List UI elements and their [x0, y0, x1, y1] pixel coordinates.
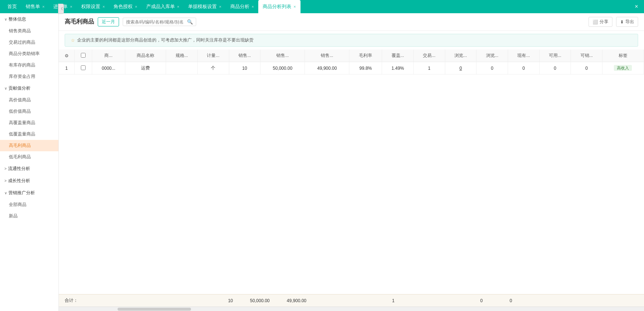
col-header-transactions[interactable]: 交易...: [414, 50, 445, 62]
col-label-unit: 计量...: [207, 53, 219, 58]
sidebar-collapse-button[interactable]: 《: [58, 4, 64, 14]
sidebar-group-label: 营销推广分析: [8, 190, 35, 196]
sidebar-group-营销推广分析[interactable]: ∨营销推广分析: [0, 187, 58, 199]
col-resize-handle[interactable]: [443, 50, 445, 62]
col-resize-handle[interactable]: [123, 50, 125, 62]
col-resize-handle[interactable]: [164, 50, 166, 62]
col-resize-handle[interactable]: [538, 50, 539, 62]
sidebar-item-库存资金占用[interactable]: 库存资金占用: [0, 71, 58, 82]
col-resize-handle[interactable]: [569, 50, 571, 62]
col-header-settings[interactable]: ⚙: [59, 50, 75, 62]
content-area: 高毛利商品 近一月 🔍 ⬜ 分享 ⬇ 导出 ☆ 企业的主要的利润都是这部分商品创…: [59, 13, 644, 311]
col-header-gross_margin[interactable]: 毛利率: [349, 50, 382, 62]
nav-item-权限设置[interactable]: 权限设置×: [77, 0, 109, 13]
nav-close-icon[interactable]: ×: [294, 4, 296, 9]
sidebar-item-低毛利商品[interactable]: 低毛利商品: [0, 151, 58, 163]
nav-close-icon[interactable]: ×: [135, 4, 137, 9]
col-header-spec[interactable]: 规格...: [166, 50, 198, 62]
col-header-code[interactable]: 商...: [92, 50, 125, 62]
col-header-sellable[interactable]: 可销...: [571, 50, 602, 62]
nav-close-icon[interactable]: ×: [102, 4, 105, 9]
col-header-sales_profit[interactable]: 销售...: [305, 50, 349, 62]
col-resize-handle[interactable]: [475, 50, 476, 62]
window-close-button[interactable]: ×: [632, 3, 641, 10]
col-header-views2[interactable]: 浏览...: [476, 50, 508, 62]
sidebar-item-有库存的商品[interactable]: 有库存的商品: [0, 59, 58, 71]
col-resize-handle[interactable]: [506, 50, 508, 62]
sidebar-item-高覆盖量商品[interactable]: 高覆盖量商品: [0, 117, 58, 129]
col-header-sales_amount[interactable]: 销售...: [260, 50, 305, 62]
col-label-sales_profit: 销售...: [321, 53, 333, 58]
col-header-views1[interactable]: 浏览...: [445, 50, 476, 62]
sidebar-item-销售类商品[interactable]: 销售类商品: [0, 25, 58, 37]
date-filter-button[interactable]: 近一月: [98, 17, 119, 26]
nav-item-首页[interactable]: 首页: [3, 0, 21, 13]
cell-views2: 0: [476, 62, 508, 75]
nav-close-icon[interactable]: ×: [177, 4, 179, 9]
cell-settings: 1: [59, 62, 75, 75]
col-label-views2: 浏览...: [486, 53, 499, 58]
top-nav: 首页销售单×进货单×权限设置×角色授权×产成品入库单×单据模板设置×商品分析×商…: [0, 0, 644, 13]
select-all-checkbox[interactable]: [81, 53, 86, 58]
scrollbar-thumb[interactable]: [118, 308, 191, 311]
sidebar-item-高价值商品[interactable]: 高价值商品: [0, 94, 58, 106]
nav-item-商品分析列表[interactable]: 商品分析列表×: [258, 0, 300, 13]
nav-item-角色授权[interactable]: 角色授权×: [109, 0, 141, 13]
row-checkbox[interactable]: [81, 65, 86, 70]
horizontal-scrollbar[interactable]: [59, 307, 644, 311]
sidebar-item-低价值商品[interactable]: 低价值商品: [0, 106, 58, 117]
nav-close-icon[interactable]: ×: [219, 4, 221, 9]
nav-item-产成品入库单[interactable]: 产成品入库单×: [142, 0, 184, 13]
sidebar-item-高毛利商品[interactable]: 高毛利商品: [0, 140, 58, 151]
sidebar-item-新品[interactable]: 新品: [0, 210, 58, 222]
views-link[interactable]: 0: [460, 66, 462, 71]
col-header-tag[interactable]: 标签: [602, 50, 644, 62]
share-button[interactable]: ⬜ 分享: [589, 17, 612, 27]
nav-item-商品分析[interactable]: 商品分析×: [226, 0, 258, 13]
sidebar-item-低覆盖量商品[interactable]: 低覆盖量商品: [0, 129, 58, 140]
cell-sales_qty: 10: [229, 62, 260, 75]
col-resize-handle[interactable]: [303, 50, 305, 62]
sidebar-group-成长性分析[interactable]: >成长性分析: [0, 175, 58, 187]
nav-close-icon[interactable]: ×: [252, 4, 254, 9]
sidebar-group-label: 成长性分析: [8, 178, 30, 184]
info-bar: ☆ 企业的主要的利润都是这部分商品创造的，可考虑加大推广，同时关注库存是不要出现…: [65, 34, 638, 47]
sidebar-item-交易过的商品[interactable]: 交易过的商品: [0, 37, 58, 48]
col-resize-handle[interactable]: [380, 50, 382, 62]
cell-name: 运费: [125, 62, 166, 75]
col-resize-handle[interactable]: [196, 50, 197, 62]
col-header-current_stock[interactable]: 现有...: [508, 50, 539, 62]
col-resize-handle[interactable]: [601, 50, 602, 62]
col-header-unit[interactable]: 计量...: [197, 50, 229, 62]
col-resize-handle[interactable]: [412, 50, 413, 62]
cell-checkbox: [75, 62, 92, 75]
footer-sales-profit: 49,900.00: [273, 298, 309, 303]
search-input[interactable]: [126, 19, 187, 25]
col-header-sales_qty[interactable]: 销售...: [229, 50, 260, 62]
settings-icon[interactable]: ⚙: [65, 53, 69, 58]
cell-tag: 高收入: [602, 62, 644, 75]
nav-item-销售单[interactable]: 销售单×: [21, 0, 49, 13]
cell-current_stock: 0: [508, 62, 539, 75]
col-header-coverage[interactable]: 覆盖...: [382, 50, 414, 62]
col-header-checkbox[interactable]: [75, 50, 92, 62]
table-row: 10000...运费个1050,000.0049,900.0099.8%1.49…: [59, 62, 644, 75]
col-resize-handle[interactable]: [348, 50, 349, 62]
nav-close-icon[interactable]: ×: [70, 4, 72, 9]
sidebar-group-贡献值分析[interactable]: ∨贡献值分析: [0, 82, 58, 94]
sidebar-group-label: 流通性分析: [8, 166, 30, 172]
sidebar-item-商品分类助销率[interactable]: 商品分类助销率: [0, 48, 58, 59]
col-resize-handle[interactable]: [259, 50, 260, 62]
nav-close-icon[interactable]: ×: [42, 4, 44, 9]
sidebar-group-整体信息[interactable]: ∨整体信息: [0, 13, 58, 25]
sidebar-group-流通性分析[interactable]: >流通性分析: [0, 163, 58, 175]
cell-gross_margin: 99.8%: [349, 62, 382, 75]
col-resize-handle[interactable]: [227, 50, 229, 62]
sidebar-item-全部商品[interactable]: 全部商品: [0, 199, 58, 210]
search-icon[interactable]: 🔍: [187, 19, 193, 25]
export-button[interactable]: ⬇ 导出: [616, 17, 638, 27]
col-header-available[interactable]: 可用...: [539, 50, 571, 62]
col-header-name[interactable]: 商品名称: [125, 50, 166, 62]
nav-item-单据模板设置[interactable]: 单据模板设置×: [184, 0, 226, 13]
col-resize-handle[interactable]: [642, 50, 644, 62]
